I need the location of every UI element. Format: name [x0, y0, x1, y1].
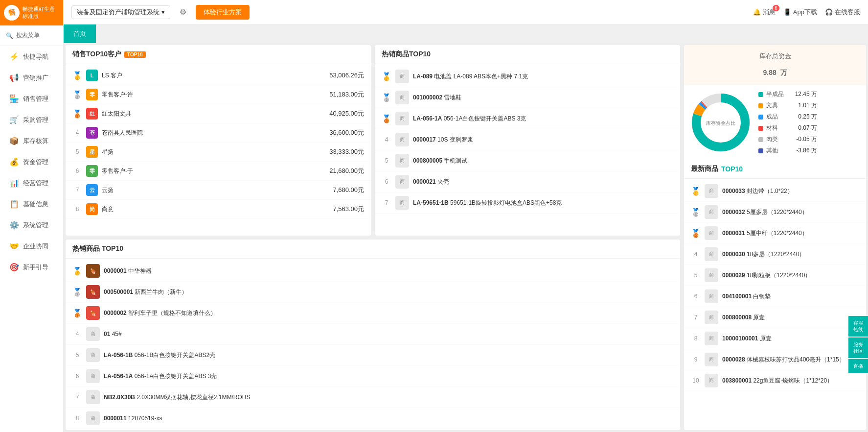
product-list-item[interactable]: 🥉 商 LA-056-1A 056-1A白色按键开关盖ABS 3克: [375, 108, 680, 129]
hot-products-title: 热销商品 TOP10: [72, 244, 123, 253]
sidebar-item-quick[interactable]: ⚡ 快捷导航: [0, 46, 63, 67]
experience-button[interactable]: 体验行业方案: [196, 5, 250, 20]
newest-product-item[interactable]: 6 商 004100001 白钢垫: [684, 286, 866, 307]
sidebar-item-purchase[interactable]: 🛒 采购管理: [0, 109, 63, 130]
enterprise-icon: 🤝: [9, 241, 19, 251]
customer-list-item[interactable]: 🥉 红 红太阳文具 40,925.00元: [66, 104, 371, 123]
sidebar-item-enterprise[interactable]: 🤝 企业协同: [0, 236, 63, 257]
settings-button[interactable]: ⚙: [176, 5, 190, 19]
customer-list-item[interactable]: 6 零 零售客户-于 21,680.00元: [66, 162, 371, 181]
service-community-button[interactable]: 服务社区: [848, 337, 868, 358]
customer-list-item[interactable]: 🥈 零 零售客户-许 51,183.00元: [66, 85, 371, 104]
product-top10-body: 🥇 商 LA-089 电池盖 LA-089 ABS本色+黑种 7.1克 🥈 商 …: [375, 64, 680, 236]
hot-product-info: 0000011 12070519-xs: [104, 415, 673, 422]
search-menu-button[interactable]: 🔍 搜索菜单: [4, 29, 59, 42]
customer-amount: 40,925.00元: [329, 109, 364, 118]
sidebar-item-guide[interactable]: 🎯 新手引导: [0, 257, 63, 278]
newest-product-info: 0000029 18颗粒板（1220*2440）: [722, 271, 859, 280]
legend-label: 成品: [766, 113, 795, 121]
sidebar-search-area[interactable]: 🔍 搜索菜单: [0, 25, 63, 46]
hot-product-list-item[interactable]: 7 商 NB2.0X30B 2.0X30MM双摆花轴,摆花直径2.1MM/ROH…: [66, 387, 680, 408]
newest-product-item[interactable]: 🥉 商 0000031 5厘中纤（1220*2440）: [684, 223, 866, 244]
sidebar-item-system[interactable]: ⚙️ 系统管理: [0, 215, 63, 236]
mobile-icon: 📱: [783, 8, 791, 16]
newest-product-item[interactable]: 5 商 0000029 18颗粒板（1220*2440）: [684, 265, 866, 286]
customer-amount: 7,680.00元: [333, 186, 364, 194]
newest-product-avatar: 商: [705, 268, 718, 282]
dashboard: 销售TOP10客户 TOP10 🥇 L LS 客户 53,006.26元 🥈 零…: [64, 43, 868, 432]
hot-product-info: LA-056-1B 056-1B白色按键开关盖ABS2壳: [104, 351, 673, 360]
hot-product-list-item[interactable]: 8 商 0000011 12070519-xs: [66, 408, 680, 429]
system-select[interactable]: 装备及固定资产辅助管理系统 ▾: [71, 5, 170, 19]
hot-product-list-item[interactable]: 5 商 LA-056-1B 056-1B白色按键开关盖ABS2壳: [66, 345, 680, 366]
hot-product-list-item[interactable]: 6 商 LA-056-1A 056-1A白色按键开关盖ABS 3壳: [66, 366, 680, 387]
newest-product-item[interactable]: 🥈 商 0000032 5厘多层（1220*2440）: [684, 202, 866, 223]
newest-product-item[interactable]: 🥇 商 0000033 封边带（1.0*22）: [684, 181, 866, 202]
hot-products-panel: 热销商品 TOP10 🥇 🍖 0000001 中华神器 🥈 🍖 00050000…: [66, 240, 680, 430]
customer-amount: 51,183.00元: [329, 90, 364, 99]
sidebar-item-inventory[interactable]: 📦 库存核算: [0, 130, 63, 151]
newest-products-header: 最新商品 TOP10: [684, 160, 866, 179]
sidebar-item-base[interactable]: 📋 基础信息: [0, 193, 63, 215]
customer-top10-badge: TOP10: [124, 51, 146, 58]
hot-product-list-item[interactable]: 🥈 🍖 000500001 新西兰牛肉（新牛）: [66, 282, 680, 303]
topbar-right: 🔔 消息 6 📱 App下载 🎧 在线客服: [753, 8, 860, 17]
rank-medal: 🥇: [382, 72, 391, 81]
rank-number: 4: [382, 136, 391, 143]
newest-product-item[interactable]: 8 商 10000100001 原壹: [684, 328, 866, 349]
tab-home[interactable]: 首页: [64, 24, 96, 43]
hot-product-info: NB2.0X30B 2.0X30MM双摆花轴,摆花直径2.1MM/ROHS: [104, 393, 673, 402]
sidebar-item-finance[interactable]: 💰 资金管理: [0, 151, 63, 172]
notifications-button[interactable]: 🔔 消息 6: [753, 8, 776, 17]
customer-amount: 36,600.00元: [329, 128, 364, 137]
hot-product-list-item[interactable]: 🥉 🍖 0000002 智利车子里（规格不知道填什么）: [66, 303, 680, 324]
newest-product-item[interactable]: 7 商 000800008 原壹: [684, 307, 866, 328]
product-list-item[interactable]: 4 商 0000017 10S 变刹罗浆: [375, 129, 680, 150]
rank-medal: 🥈: [72, 288, 82, 297]
bell-icon: 🔔: [753, 8, 761, 16]
newest-product-item[interactable]: 4 商 0000030 18多层（1220*2440）: [684, 244, 866, 265]
hot-product-list-item[interactable]: 🥇 🍖 0000001 中华神器: [66, 261, 680, 282]
service-hotline-button[interactable]: 客服热线: [848, 316, 868, 336]
product-list-item[interactable]: 6 商 0000021 夹壳: [375, 171, 680, 192]
sidebar-item-sales[interactable]: 🏪 销售管理: [0, 88, 63, 109]
product-list-item[interactable]: 5 商 000800005 手机测试: [375, 150, 680, 171]
customer-list-item[interactable]: 🥇 L LS 客户 53,006.26元: [66, 66, 371, 85]
product-list-item[interactable]: 🥇 商 LA-089 电池盖 LA-089 ABS本色+黑种 7.1克: [375, 66, 680, 87]
customer-list-item[interactable]: 8 尚 尚意 7,563.00元: [66, 200, 371, 219]
hot-product-list-item[interactable]: 4 商 01 45#: [66, 324, 680, 345]
live-button[interactable]: 直播: [848, 359, 868, 373]
rank-number: 4: [72, 331, 82, 337]
product-list-item[interactable]: 7 商 LA-59651-1B 59651-1B旋转投影灯电池盒ABS黑色+58…: [375, 192, 680, 214]
newest-product-avatar: 商: [705, 353, 718, 366]
legend-color-dot: [758, 126, 763, 131]
inventory-amount: 9.88 万: [763, 63, 787, 78]
sidebar-item-operations[interactable]: 📊 经营管理: [0, 172, 63, 193]
legend-label: 半成品: [766, 90, 792, 98]
purchase-icon: 🛒: [9, 115, 19, 124]
product-list-item[interactable]: 🥈 商 001000002 雪地鞋: [375, 87, 680, 108]
customer-list-item[interactable]: 5 星 星扬 33,333.00元: [66, 143, 371, 162]
newest-product-avatar: 商: [705, 205, 718, 219]
customer-list-item[interactable]: 7 云 云扬 7,680.00元: [66, 181, 371, 200]
product-info: 000800005 手机测试: [413, 157, 673, 165]
hot-product-list-item[interactable]: 9 商 KK-SD22110H 花语萌值温分腿裤袜（厚款）: [66, 429, 680, 430]
legend-color-dot: [758, 137, 763, 142]
product-info: LA-59651-1B 59651-1B旋转投影灯电池盒ABS黑色+58克: [413, 199, 673, 207]
rank-medal: 🥉: [72, 309, 82, 318]
customer-name: 零售客户-许: [102, 91, 325, 99]
legend-color-dot: [758, 103, 763, 108]
product-info: 001000002 雪地鞋: [413, 94, 673, 102]
legend-item: 其他 -3.86 万: [758, 146, 817, 155]
hot-product-avatar: 🍖: [86, 264, 100, 278]
newest-product-item[interactable]: 9 商 0000028 体械嘉枝味苏打饮品400毫升（1*15）: [684, 349, 866, 370]
online-service-button[interactable]: 🎧 在线客服: [825, 8, 860, 17]
newest-product-info: 0000031 5厘中纤（1220*2440）: [722, 229, 859, 238]
newest-product-item[interactable]: 10 商 003800001 22g鱼豆腐-烧烤味（1*12*20）: [684, 370, 866, 391]
customer-list-item[interactable]: 4 苍 苍南县人民医院 36,600.00元: [66, 123, 371, 143]
sidebar-item-marketing[interactable]: 📢 营销推广: [0, 67, 63, 88]
app-download-button[interactable]: 📱 App下载: [783, 8, 817, 17]
legend-item: 半成品 12.45 万: [758, 90, 817, 98]
finance-icon: 💰: [9, 157, 19, 167]
rank-medal: 🥇: [72, 71, 82, 80]
